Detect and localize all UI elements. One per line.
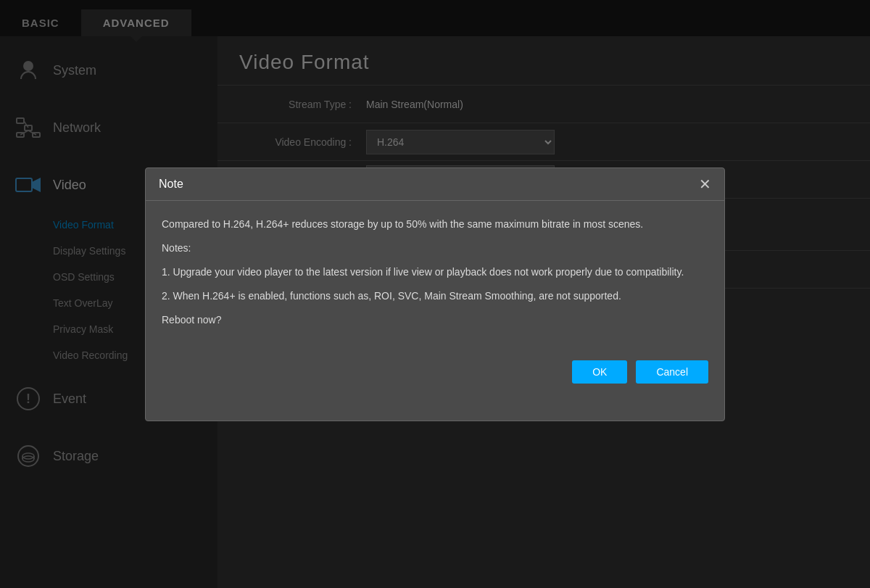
modal-line1: Compared to H.264, H.264+ reduces storag… [162, 215, 708, 233]
modal-reboot-question: Reboot now? [162, 311, 708, 329]
modal-note1: 1. Upgrade your video player to the late… [162, 263, 708, 281]
cancel-button[interactable]: Cancel [636, 360, 708, 384]
modal-footer: OK Cancel [146, 349, 724, 394]
ok-button[interactable]: OK [572, 360, 627, 384]
modal-overlay: Note ✕ Compared to H.264, H.264+ reduces… [0, 0, 870, 588]
modal-title: Note [159, 178, 183, 191]
modal-notes-label: Notes: [162, 239, 708, 257]
modal-body: Compared to H.264, H.264+ reduces storag… [146, 201, 724, 350]
modal-note2: 2. When H.264+ is enabled, functions suc… [162, 287, 708, 305]
modal-header: Note ✕ [146, 168, 724, 201]
note-modal: Note ✕ Compared to H.264, H.264+ reduces… [145, 167, 725, 421]
modal-close-button[interactable]: ✕ [699, 177, 711, 191]
